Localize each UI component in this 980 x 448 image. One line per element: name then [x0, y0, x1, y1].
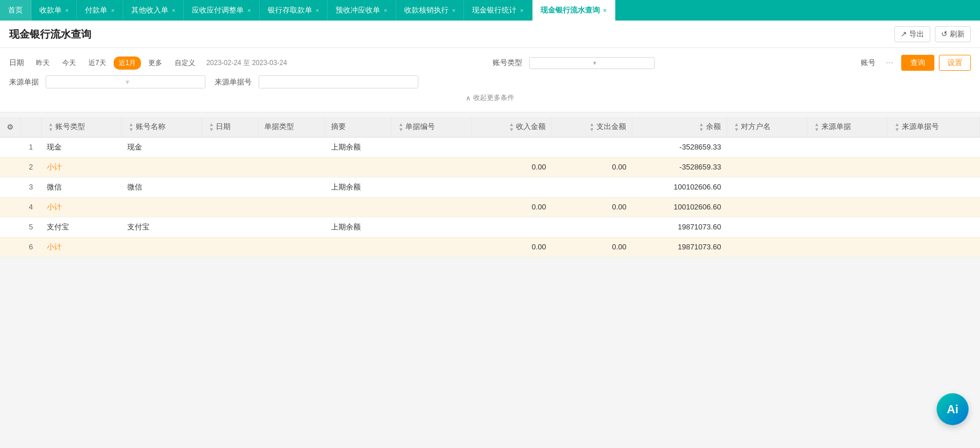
page-title: 现金银行流水查询	[9, 27, 91, 41]
date-today[interactable]: 今天	[57, 56, 81, 70]
col-doc-no[interactable]: ▲▼ 单据编号	[391, 117, 471, 137]
header-actions: ↗ 导出 ↺ 刷新	[894, 26, 971, 42]
table-row: 6小计0.000.0019871073.60	[0, 237, 980, 257]
col-balance[interactable]: ▲▼ 余额	[632, 117, 727, 137]
query-button[interactable]: 查询	[901, 55, 934, 71]
source-doc-group: 来源单据 ▾	[9, 75, 205, 88]
close-icon[interactable]: ×	[452, 7, 455, 14]
close-icon[interactable]: ×	[65, 7, 68, 14]
date-label: 日期	[9, 58, 24, 68]
nav-home[interactable]: 首页	[0, 0, 31, 21]
table-header-row: ⚙ ▲▼ 账号类型 ▲▼ 账号名称 ▲▼ 日期 单据类型 摘要 ▲	[0, 117, 980, 137]
table-row: 1现金现金上期余额-3528659.33	[0, 137, 980, 157]
col-idx	[21, 117, 41, 137]
chevron-up-icon: ∧	[466, 94, 471, 102]
date-more[interactable]: 更多	[143, 56, 167, 70]
export-button[interactable]: ↗ 导出	[894, 26, 930, 42]
filter-row-2: 来源单据 ▾ 来源单据号	[9, 75, 971, 91]
date-custom[interactable]: 自定义	[170, 56, 200, 70]
close-icon[interactable]: ×	[316, 7, 319, 14]
refresh-icon: ↺	[941, 30, 947, 38]
close-icon[interactable]: ×	[111, 7, 114, 14]
filter-row-1: 日期 昨天 今天 近7天 近1月 更多 自定义 2023-02-24 至 202…	[9, 55, 971, 71]
nav-verify[interactable]: 收款核销执行 ×	[396, 0, 464, 21]
nav-prepay[interactable]: 预收冲应收单 ×	[328, 0, 396, 21]
table-row: 3微信微信上期余额100102606.60	[0, 177, 980, 197]
nav-other-income[interactable]: 其他收入单 ×	[123, 0, 184, 21]
filter-area: 日期 昨天 今天 近7天 近1月 更多 自定义 2023-02-24 至 202…	[0, 48, 980, 112]
chevron-down-icon: ▾	[593, 59, 650, 67]
col-date[interactable]: ▲▼ 日期	[201, 117, 258, 137]
account-type-label: 账号类型	[493, 58, 522, 68]
col-expense[interactable]: ▲▼ 支出金额	[552, 117, 632, 137]
table-container: ⚙ ▲▼ 账号类型 ▲▼ 账号名称 ▲▼ 日期 单据类型 摘要 ▲	[0, 117, 980, 257]
source-doc-label: 来源单据	[9, 77, 39, 87]
close-icon[interactable]: ×	[384, 7, 387, 14]
source-doc-no-label: 来源单据号	[215, 77, 252, 87]
date-1month[interactable]: 近1月	[114, 56, 142, 70]
nav-bank-deposit[interactable]: 银行存取款单 ×	[260, 0, 328, 21]
nav-stats[interactable]: 现金银行统计 ×	[464, 0, 532, 21]
page-header: 现金银行流水查询 ↗ 导出 ↺ 刷新	[0, 21, 980, 48]
table-row: 2小计0.000.00-3528659.33	[0, 157, 980, 177]
close-icon[interactable]: ×	[247, 7, 251, 14]
date-shortcuts: 昨天 今天 近7天 近1月 更多 自定义	[31, 56, 200, 70]
source-doc-select[interactable]: ▾	[46, 75, 205, 88]
gear-icon[interactable]: ⚙	[7, 123, 14, 131]
settings-button[interactable]: 设置	[939, 55, 971, 71]
col-source-doc[interactable]: ▲▼ 来源单据	[807, 117, 888, 137]
nav-cashflow[interactable]: 现金银行流水查询 ×	[533, 0, 615, 21]
col-source-doc-no[interactable]: ▲▼ 来源单据号	[888, 117, 980, 137]
col-doc-type: 单据类型	[258, 117, 325, 137]
col-counterpart[interactable]: ▲▼ 对方户名	[727, 117, 807, 137]
date-range-text: 2023-02-24 至 2023-03-24	[206, 58, 287, 68]
export-icon: ↗	[901, 30, 907, 38]
nav-payment[interactable]: 付款单 ×	[77, 0, 123, 21]
col-account-name[interactable]: ▲▼ 账号名称	[122, 117, 202, 137]
close-icon[interactable]: ×	[172, 7, 175, 14]
date-7days[interactable]: 近7天	[83, 56, 111, 70]
table-row: 5支付宝支付宝上期余额19871073.60	[0, 217, 980, 237]
table-row: 4小计0.000.00100102606.60	[0, 197, 980, 217]
close-icon[interactable]: ×	[603, 7, 607, 14]
source-doc-no-group: 来源单据号	[215, 75, 418, 88]
col-gear[interactable]: ⚙	[0, 117, 21, 137]
nav-receipt[interactable]: 收款单 ×	[31, 0, 77, 21]
source-doc-no-input[interactable]	[259, 75, 418, 88]
nav-adjustment[interactable]: 应收应付调整单 ×	[184, 0, 259, 21]
collapse-bar[interactable]: ∧ 收起更多条件	[9, 91, 971, 107]
col-account-type[interactable]: ▲▼ 账号类型	[41, 117, 122, 137]
close-icon[interactable]: ×	[520, 7, 523, 14]
chevron-down-icon: ▾	[126, 78, 200, 86]
top-nav: 首页 收款单 × 付款单 × 其他收入单 × 应收应付调整单 × 银行存取款单 …	[0, 0, 980, 21]
data-table: ⚙ ▲▼ 账号类型 ▲▼ 账号名称 ▲▼ 日期 单据类型 摘要 ▲	[0, 117, 980, 257]
account-no-label: 账号	[861, 58, 876, 68]
date-yesterday[interactable]: 昨天	[31, 56, 55, 70]
account-no-ellipsis[interactable]: ···	[882, 58, 897, 68]
account-type-select[interactable]: ▾	[529, 57, 655, 69]
col-income[interactable]: ▲▼ 收入金额	[471, 117, 552, 137]
refresh-button[interactable]: ↺ 刷新	[935, 26, 971, 42]
col-summary: 摘要	[325, 117, 392, 137]
